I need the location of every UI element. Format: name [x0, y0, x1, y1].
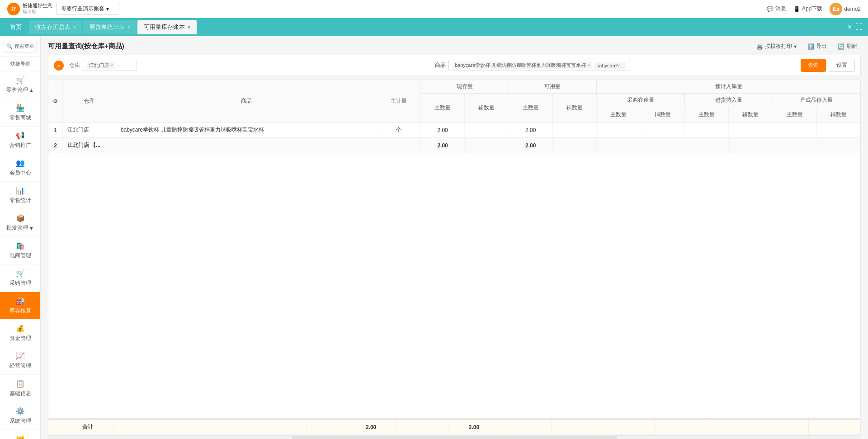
th-incoming-main: 主数量 [684, 107, 728, 123]
nav-tab-controls: × ⛶ [848, 23, 868, 31]
th-procurement-main: 主数量 [597, 107, 641, 123]
query-button[interactable]: 查询 [801, 59, 826, 72]
total-proc-aux [603, 420, 654, 435]
tab-receive-label: 收发存汇总表 [35, 23, 71, 31]
tab-order-close[interactable]: × [127, 25, 130, 30]
setting-button[interactable]: 设置 [829, 59, 855, 72]
sidebar-item-operations[interactable]: 📈 经营管理 [0, 347, 40, 375]
operations-icon: 📈 [16, 352, 25, 360]
industry-label: 母婴行业演示账套 [61, 5, 104, 13]
scroll-thumb[interactable] [292, 436, 617, 439]
logo-text: 畅捷通好生意 [23, 3, 52, 9]
sidebar-search-area: 🔍 搜索菜单 [0, 36, 40, 57]
system-icon: ⚙️ [16, 407, 25, 415]
warehouse-ellipsis: ··· [117, 62, 122, 69]
close-all-button[interactable]: × [848, 23, 852, 31]
th-settings[interactable]: ⚙ [48, 80, 63, 123]
table-container: ⚙ 仓库 商品 主计量 现存量 可用量 预计入库量 主数量 辅数量 主数量 辅数… [48, 80, 861, 419]
content-header: 可用量查询(按仓库+商品) 🖨️ 按模板打印 ▾ ⬆️ 导出 🔄 刷新 [41, 36, 868, 55]
print-template-button[interactable]: 🖨️ 按模板打印 ▾ [753, 41, 800, 52]
tab-receive-close[interactable]: × [73, 25, 76, 30]
operations-label: 经营管理 [9, 362, 31, 370]
tab-home[interactable]: 首页 [4, 20, 28, 34]
total-inc-aux [706, 420, 757, 435]
user-area[interactable]: Ea demo2 [830, 3, 861, 15]
tab-receive[interactable]: 收发存汇总表 × [29, 20, 82, 34]
export-button[interactable]: ⬆️ 导出 [804, 41, 830, 52]
tab-available-close[interactable]: × [188, 25, 190, 30]
avatar: Ea [830, 3, 842, 15]
filter-expand-button[interactable]: » [54, 61, 64, 71]
sidebar-item-system[interactable]: ⚙️ 系统管理 [0, 402, 40, 430]
top-bar-right: 💬 消息 📱 App下载 Ea demo2 [767, 3, 861, 15]
subtotal-finished-aux [816, 138, 860, 153]
row-current-main: 2.00 [420, 123, 464, 138]
horizontal-scrollbar[interactable] [48, 435, 861, 439]
retail-stats-icon: 📊 [16, 186, 25, 195]
warehouse-tag-text: 江北门店 [89, 62, 109, 69]
refresh-icon: 🔄 [838, 43, 844, 50]
th-finished-main: 主数量 [773, 107, 816, 123]
product-filter-group: 商品 babycare学饮杯 儿童防摔防撞吸管杯重力球吸嘴杯宝宝水杯 × bab… [435, 60, 795, 71]
subtotal-available-aux [552, 138, 596, 153]
tab-order[interactable]: 要货单统计表 × [83, 20, 137, 34]
marketing-label: 营销推广 [9, 142, 31, 149]
sidebar-item-ecommerce[interactable]: 🛍️ 电商管理 [0, 237, 40, 264]
total-row: 合计 2.00 2.00 [48, 420, 860, 435]
finance-icon: 💰 [16, 324, 25, 333]
subtotal-incoming-main [684, 138, 728, 153]
warehouse-tag-container[interactable]: 江北门店 × ··· [83, 60, 137, 71]
sidebar-item-marketing[interactable]: 📢 营销推广 [0, 127, 40, 154]
row-available-main: 2.00 [509, 123, 552, 138]
retail-mgmt-icon: 🛒 [16, 76, 25, 85]
sidebar-item-purchase[interactable]: 🛒 采购管理 [0, 264, 40, 292]
tab-available[interactable]: 可用量库存账本 × [137, 20, 197, 34]
sidebar-item-finance[interactable]: 💰 资金管理 [0, 320, 40, 347]
total-label: 合计 [62, 420, 113, 435]
product-tag-1: babycare学饮杯 儿童防摔防撞吸管杯重力球吸嘴杯宝宝水杯 × [453, 61, 592, 69]
logo-area: 好 畅捷通好生意 标准版 [7, 3, 52, 15]
product-tag-container[interactable]: babycare学饮杯 儿童防摔防撞吸管杯重力球吸嘴杯宝宝水杯 × babyca… [448, 60, 630, 71]
content-area: 可用量查询(按仓库+商品) 🖨️ 按模板打印 ▾ ⬆️ 导出 🔄 刷新 [41, 36, 868, 439]
warehouse-label: 仓库 [69, 61, 80, 69]
total-product-empty [113, 420, 307, 435]
total-available-aux [500, 420, 551, 435]
th-available-aux: 辅数量 [552, 94, 596, 123]
nav-tabs: 首页 收发存汇总表 × 要货单统计表 × 可用量库存账本 × × ⛶ [0, 18, 868, 36]
subtotal-current-aux [465, 138, 509, 153]
sidebar-item-batch-mgmt[interactable]: 📦 批发管理 ▼ [0, 209, 40, 237]
th-procurement-aux: 辅数量 [641, 107, 684, 123]
sidebar-item-retail-mgmt[interactable]: 🛒 零售管理 ▲ [0, 71, 40, 99]
retail-mgmt-label: 零售管理 [6, 86, 28, 94]
app-download-button[interactable]: 📱 App下载 [793, 5, 822, 13]
filter-bar: » 仓库 江北门店 × ··· 商品 babycare学饮杯 儿童防摔防撞吸管杯… [48, 55, 861, 76]
sidebar: 🔍 搜索菜单 快捷导航 🛒 零售管理 ▲ 🏪 零售商城 📢 营销推广 👥 会员中… [0, 36, 41, 439]
sidebar-item-basic-info[interactable]: 📋 基础信息 [0, 375, 40, 402]
row-finished-aux [816, 123, 860, 138]
export-icon: ⬆️ [807, 43, 814, 50]
search-menu-button[interactable]: 🔍 搜索菜单 [4, 40, 37, 53]
sidebar-item-inventory[interactable]: 🏭 库存核算 [0, 292, 40, 320]
sidebar-quick-nav[interactable]: 快捷导航 [0, 57, 40, 71]
product-tag-1-close[interactable]: × [587, 63, 590, 68]
warehouse-tag-close[interactable]: × [110, 63, 113, 68]
row-product: babycare学饮杯 儿童防摔防撞吸管杯重力球吸嘴杯宝宝水杯 [116, 123, 377, 138]
dropdown-icon: ▾ [106, 6, 109, 12]
top-bar: 好 畅捷通好生意 标准版 母婴行业演示账套 ▾ 💬 消息 📱 App下载 Ea … [0, 0, 868, 18]
refresh-button[interactable]: 🔄 刷新 [834, 41, 861, 52]
phone-icon: 📱 [793, 6, 800, 12]
sidebar-item-enterprise[interactable]: 🤝 企业协同 [0, 430, 40, 439]
fullscreen-button[interactable]: ⛶ [855, 23, 863, 31]
sidebar-item-member-center[interactable]: 👥 会员中心 [0, 154, 40, 182]
th-finished: 产成品待入量 [773, 94, 860, 107]
sidebar-item-retail-stats[interactable]: 📊 零售统计 [0, 182, 40, 209]
industry-selector[interactable]: 母婴行业演示账套 ▾ [56, 3, 119, 15]
message-label: 消息 [775, 5, 786, 13]
sidebar-item-retail-store[interactable]: 🏪 零售商城 [0, 99, 40, 127]
th-finished-aux: 辅数量 [816, 107, 860, 123]
warehouse-tag: 江北门店 × [87, 61, 115, 69]
row-index: 1 [48, 123, 63, 138]
message-button[interactable]: 💬 消息 [767, 5, 786, 13]
print-template-label: 按模板打印 [765, 42, 792, 50]
total-empty-1 [48, 420, 62, 435]
